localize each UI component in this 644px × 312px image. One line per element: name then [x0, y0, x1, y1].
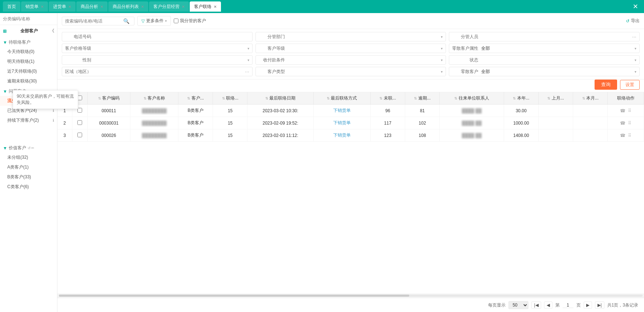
sort-icon[interactable]: ⇅ — [513, 96, 516, 100]
page-number-input[interactable] — [563, 303, 573, 308]
sidebar-item-declining[interactable]: 持续下滑客户(2) ℹ — [0, 116, 57, 125]
search-input[interactable] — [65, 19, 123, 24]
sort-icon[interactable]: ⇅ — [327, 96, 330, 100]
filter-status[interactable]: 状态 ▾ — [449, 55, 640, 65]
contact-icon[interactable]: ☎ — [620, 121, 625, 126]
sort-icon[interactable]: ⇅ — [265, 96, 268, 100]
sidebar-item-class-c[interactable]: C类客户(6) — [0, 182, 57, 192]
sort-icon[interactable]: ⇅ — [582, 96, 585, 100]
setting-button[interactable]: 设置 — [620, 80, 640, 90]
filter-customer-type[interactable]: 客户类型 ▾ — [255, 67, 446, 76]
cell-action[interactable]: ☎ ⠿ — [608, 117, 644, 129]
close-icon[interactable]: ✕ — [214, 5, 217, 9]
close-icon[interactable]: ✕ — [141, 5, 144, 9]
horizontal-scrollbar[interactable] — [57, 293, 644, 298]
close-icon[interactable]: ✕ — [100, 5, 103, 9]
sort-icon[interactable]: ⇅ — [414, 96, 417, 100]
row-checkbox[interactable] — [77, 133, 82, 137]
filter-person[interactable]: 分管人员 ··· — [449, 32, 640, 41]
close-icon[interactable]: ✕ — [68, 5, 71, 9]
sidebar-item-ungroup[interactable]: 未分组(32) — [0, 153, 57, 162]
sidebar-item-tomorrow[interactable]: 明天待联络(1) — [0, 57, 57, 66]
tab-analysis[interactable]: 商品分析 ✕ — [76, 1, 108, 12]
th-last-month[interactable]: ⇅ 上月... — [539, 92, 573, 105]
sidebar-search-input[interactable] — [3, 16, 57, 21]
sort-icon[interactable]: ⇅ — [454, 96, 457, 100]
row-checkbox[interactable] — [77, 120, 82, 125]
phone-input[interactable] — [94, 33, 249, 40]
sidebar-group-pending[interactable]: ▼ 待联络客户 — [0, 37, 57, 47]
contact-icon[interactable]: ☎ — [620, 108, 625, 113]
cell-checkbox[interactable] — [72, 117, 87, 129]
sidebar-group-valued[interactable]: ▼ 价值客户 ↺ ✏ — [0, 143, 57, 153]
all-customers-title[interactable]: ⊞ 全部客户 《 — [0, 25, 57, 37]
filter-customer-level[interactable]: 客户等级 ▾ — [255, 44, 446, 53]
more-options-icon[interactable]: ··· — [632, 34, 636, 40]
first-page-button[interactable]: |◀ — [531, 301, 541, 309]
scrollbar-thumb[interactable] — [59, 295, 409, 297]
tab-analysis-list[interactable]: 商品分析列表 ✕ — [108, 1, 148, 12]
filter-button[interactable]: ▽ 更多条件 ▾ — [137, 16, 171, 26]
cell-action[interactable]: ☎ ⠿ — [608, 105, 644, 117]
close-icon[interactable]: ✕ — [182, 5, 185, 9]
method-link[interactable]: 下销货单 — [333, 108, 351, 113]
th-overdue[interactable]: ⇅ 逾期... — [405, 92, 439, 105]
sidebar-item-7days[interactable]: 近7天待联络(0) — [0, 66, 57, 76]
tab-customer-tier[interactable]: 客户分层经营 ✕ — [149, 1, 189, 12]
tab-purchase[interactable]: 进货单 ✕ — [49, 1, 76, 12]
my-customers-check[interactable] — [174, 19, 178, 23]
filter-payment[interactable]: 收付款条件 ▾ — [255, 55, 446, 65]
close-icon[interactable]: ✕ — [41, 5, 44, 9]
th-this-year[interactable]: ⇅ 本年... — [504, 92, 538, 105]
sort-icon[interactable]: ⇅ — [98, 96, 101, 100]
edit-icon[interactable]: ✏ — [31, 146, 34, 150]
collapse-icon[interactable]: 《 — [50, 28, 54, 34]
per-page-select[interactable]: 50 100 200 — [508, 301, 528, 309]
tab-home[interactable]: 首页 — [3, 1, 20, 12]
sort-icon[interactable]: ⇅ — [222, 96, 225, 100]
more-action-icon[interactable]: ⠿ — [628, 121, 631, 126]
th-last-contact-date[interactable]: ⇅ 最后联络日期 — [247, 92, 313, 105]
sort-icon[interactable]: ⇅ — [379, 96, 382, 100]
method-link[interactable]: 下销货单 — [333, 120, 351, 125]
contact-icon[interactable]: ☎ — [620, 133, 625, 138]
cell-action[interactable]: ☎ ⠿ — [608, 129, 644, 142]
sidebar-item-class-b[interactable]: B类客户(33) — [0, 172, 57, 182]
last-page-button[interactable]: ▶| — [595, 301, 604, 309]
cell-last-method[interactable]: 下销货单 — [313, 129, 370, 142]
th-code[interactable]: ⇅ 客户编码 — [87, 92, 130, 105]
filter-region[interactable]: 区域（地区） ··· — [62, 67, 253, 76]
th-contact[interactable]: ⇅ 联络... — [213, 92, 247, 105]
refresh-icon[interactable]: ↺ — [28, 146, 31, 150]
more-action-icon[interactable]: ⠿ — [628, 133, 631, 138]
th-this-month[interactable]: ⇅ 本月... — [573, 92, 608, 105]
cell-last-method[interactable]: 下销货单 — [313, 105, 370, 117]
method-link[interactable]: 下销货单 — [333, 133, 351, 138]
sidebar-item-overdue[interactable]: 逾期未联络(30) — [0, 76, 57, 86]
my-customers-checkbox[interactable]: 我分管的客户 — [174, 18, 206, 24]
search-button[interactable]: 🔍 — [123, 18, 129, 24]
th-name[interactable]: ⇅ 客户名称 — [130, 92, 178, 105]
query-button[interactable]: 查询 — [595, 80, 617, 90]
th-not-contacted[interactable]: ⇅ 未联... — [370, 92, 405, 105]
tab-customer-contact[interactable]: 客户联络 ✕ — [190, 1, 221, 12]
filter-price-tier[interactable]: 客户价格等级 ▾ — [62, 44, 253, 53]
th-category[interactable]: ⇅ 客户... — [178, 92, 213, 105]
window-close-button[interactable]: ✕ — [630, 3, 641, 11]
filter-dept[interactable]: 分管部门 ▾ — [255, 32, 446, 41]
more-options-icon[interactable]: ··· — [245, 69, 249, 74]
sort-icon[interactable]: ⇅ — [547, 96, 550, 100]
tab-sales[interactable]: 销货单 ✕ — [21, 1, 48, 12]
th-unit-contact[interactable]: ⇅ 往来单位联系人 — [440, 92, 504, 105]
sort-icon[interactable]: ⇅ — [144, 96, 146, 100]
cell-last-method[interactable]: 下销货单 — [313, 117, 370, 129]
filter-zero-sale-attr[interactable]: 零散客户属性 全部 ▾ — [449, 44, 640, 53]
cell-checkbox[interactable] — [72, 129, 87, 142]
prev-page-button[interactable]: ◀ — [544, 301, 552, 309]
sort-icon[interactable]: ⇅ — [187, 96, 190, 100]
sidebar-item-today[interactable]: 今天待联络(0) — [0, 47, 57, 57]
filter-zero-customer[interactable]: 零散客户 全部 ▾ — [449, 67, 640, 76]
next-page-button[interactable]: ▶ — [584, 301, 592, 309]
th-last-contact-method[interactable]: ⇅ 最后联络方式 — [313, 92, 370, 105]
sidebar-item-class-a[interactable]: A类客户(1) — [0, 162, 57, 172]
